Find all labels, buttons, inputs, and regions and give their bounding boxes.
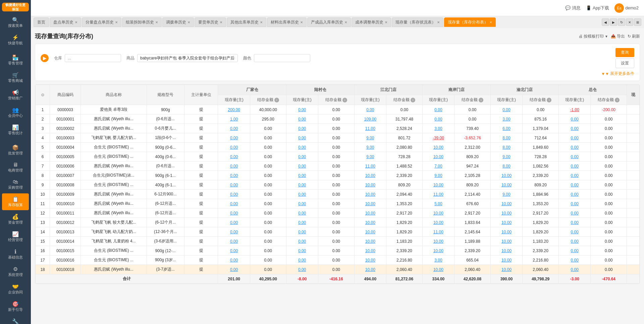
num-link[interactable]: 0.00 — [230, 211, 238, 216]
num-link[interactable]: 0.00 — [571, 183, 578, 187]
tab-material-outbound[interactable]: 材料出库单历史 ✕ — [267, 17, 307, 27]
num-link[interactable]: 0.00 — [230, 136, 238, 140]
num-link[interactable]: 8.00 — [502, 164, 510, 169]
num-link[interactable]: 10.00 — [433, 145, 443, 150]
table-cell[interactable]: 0.00 — [218, 180, 250, 190]
num-link[interactable]: 10.00 — [501, 201, 512, 206]
tab-nav-refresh[interactable]: ↻ — [618, 18, 625, 26]
table-cell[interactable]: 9.00 — [354, 152, 386, 161]
table-cell[interactable]: 5.00 — [422, 199, 454, 209]
table-cell[interactable]: 6.00 — [490, 124, 522, 133]
table-cell[interactable]: 0.00 — [422, 114, 454, 124]
table-cell[interactable]: 0.00 — [286, 171, 318, 180]
sidebar-item-ops[interactable]: 📈 经营管理 — [2, 228, 29, 245]
tab-part-stocktake[interactable]: 分量盘点单历史 ✕ — [82, 17, 121, 27]
user-menu[interactable]: Ea demo2 — [614, 3, 639, 13]
settings-button[interactable]: 设置 — [615, 58, 634, 68]
table-cell[interactable]: 0.00 — [286, 218, 318, 227]
num-link[interactable]: 0.00 — [298, 192, 306, 197]
sidebar-item-inventory[interactable]: 📋 库存核算 — [2, 193, 29, 210]
num-link[interactable]: 10.00 — [365, 239, 375, 244]
table-cell[interactable]: 0.00 — [558, 199, 590, 209]
num-link[interactable]: 0.00 — [298, 117, 306, 122]
num-link[interactable]: 3.00 — [434, 126, 442, 131]
num-link[interactable]: -1.00 — [570, 107, 579, 112]
product-input[interactable] — [137, 54, 238, 62]
num-link[interactable]: 0.00 — [298, 258, 306, 263]
table-cell[interactable]: 8.00 — [490, 161, 522, 171]
table-cell[interactable]: 10.00 — [354, 265, 386, 274]
table-cell[interactable]: 10.00 — [354, 246, 386, 256]
c4-info-icon[interactable]: i — [479, 98, 483, 102]
table-cell[interactable]: 0.00 — [286, 237, 318, 246]
num-link[interactable]: 10.00 — [501, 173, 512, 178]
tab-home[interactable]: 首页 — [34, 17, 49, 27]
table-cell[interactable]: 0.00 — [218, 237, 250, 246]
num-link[interactable]: 0.00 — [298, 126, 306, 131]
num-link[interactable]: 0.00 — [571, 248, 578, 253]
table-cell[interactable]: 0.00 — [558, 114, 590, 124]
table-cell[interactable]: 0.00 — [286, 152, 318, 161]
num-link[interactable]: 5.00 — [434, 201, 442, 206]
table-cell[interactable]: 0.00 — [558, 143, 590, 152]
tab-assembly[interactable]: 组装拆卸单历史 ✕ — [122, 17, 162, 27]
table-cell[interactable]: 0.00 — [218, 190, 250, 199]
sidebar-item-marketing[interactable]: 📢 营销推广 — [2, 87, 29, 103]
num-link[interactable]: 0.00 — [571, 154, 578, 159]
num-link[interactable]: 3.00 — [502, 117, 510, 122]
table-cell[interactable]: 0.00 — [218, 209, 250, 218]
num-link[interactable]: 3.00 — [434, 258, 442, 263]
sidebar-item-member[interactable]: 👥 会员中心 — [2, 104, 29, 121]
num-link[interactable]: 0.00 — [230, 164, 238, 169]
num-link[interactable]: 0.00 — [298, 136, 306, 140]
table-cell[interactable]: 3.00 — [422, 256, 454, 265]
table-cell[interactable]: 11.00 — [422, 190, 454, 199]
num-link[interactable]: 0.00 — [230, 248, 238, 253]
num-link[interactable]: 11.00 — [365, 126, 375, 131]
num-link[interactable]: 0.00 — [571, 230, 578, 234]
table-cell[interactable]: 10.00 — [490, 227, 522, 237]
num-link[interactable]: 0.00 — [571, 136, 578, 140]
num-link[interactable]: 11.00 — [433, 192, 443, 197]
num-link[interactable]: 0.00 — [571, 164, 578, 169]
table-cell[interactable]: 10.00 — [354, 237, 386, 246]
table-cell[interactable]: 10.00 — [354, 218, 386, 227]
num-link[interactable]: 10.00 — [433, 211, 443, 216]
table-cell[interactable]: 3.00 — [422, 124, 454, 133]
num-link[interactable]: 0.00 — [366, 107, 374, 112]
table-cell[interactable]: 0.00 — [218, 256, 250, 265]
settings-icon[interactable]: ⚙ — [40, 92, 45, 98]
table-cell[interactable]: 0.00 — [286, 209, 318, 218]
sidebar-item-retail-shop[interactable]: 🛒 零售商城 — [2, 69, 29, 86]
tab-stocktake-close[interactable]: ✕ — [75, 20, 77, 24]
num-link[interactable]: 10.00 — [501, 248, 512, 253]
table-cell[interactable]: 10.00 — [422, 143, 454, 152]
num-link[interactable]: 8.00 — [502, 136, 510, 140]
table-cell[interactable]: 10.00 — [354, 209, 386, 218]
num-link[interactable]: 10.00 — [365, 173, 375, 178]
table-cell[interactable]: 9.00 — [490, 152, 522, 161]
table-cell[interactable]: 11.00 — [354, 161, 386, 171]
table-cell[interactable]: 10.00 — [422, 152, 454, 161]
table-cell[interactable]: 10.00 — [422, 237, 454, 246]
table-cell[interactable]: 0.00 — [558, 124, 590, 133]
num-link[interactable]: 9.00 — [502, 192, 510, 197]
table-cell[interactable]: 10.00 — [354, 171, 386, 180]
num-link[interactable]: 6.00 — [502, 126, 510, 131]
table-cell[interactable]: 0.00 — [490, 105, 522, 114]
table-cell[interactable]: 0.00 — [558, 265, 590, 274]
table-cell[interactable]: 10.00 — [490, 218, 522, 227]
num-link[interactable]: 10.00 — [365, 267, 375, 272]
table-cell[interactable]: 9.00 — [422, 171, 454, 180]
num-link[interactable]: 0.00 — [298, 183, 306, 187]
table-cell[interactable]: 11.00 — [422, 227, 454, 237]
table-cell[interactable]: 0.00 — [558, 227, 590, 237]
table-cell[interactable]: 10.00 — [490, 237, 522, 246]
table-cell[interactable]: 0.00 — [286, 227, 318, 237]
table-cell[interactable]: 10.00 — [490, 246, 522, 256]
num-link[interactable]: 0.00 — [298, 220, 306, 225]
table-cell[interactable]: 7.00 — [422, 161, 454, 171]
num-link[interactable]: 0.00 — [571, 145, 578, 150]
table-cell[interactable]: 10.00 — [422, 246, 454, 256]
num-link[interactable]: 10.00 — [365, 192, 375, 197]
